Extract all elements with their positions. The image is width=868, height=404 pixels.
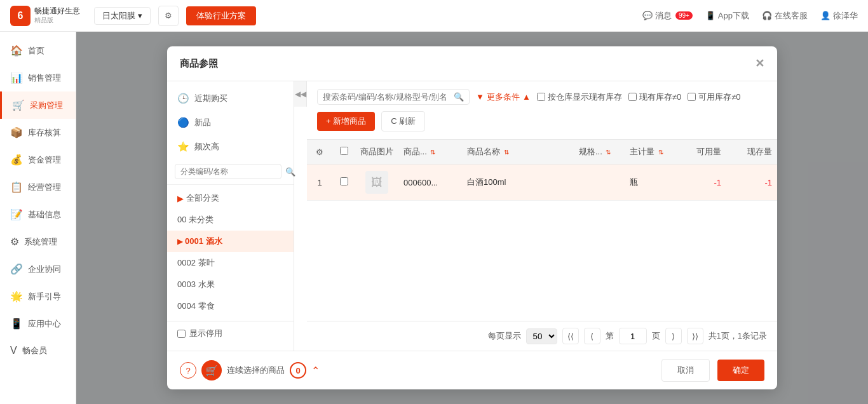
product-search-bar: 🔍 [317,89,470,105]
filter-label: 更多条件 [487,91,520,103]
nav-right: 💬 消息 99+ 📱 App下载 🎧 在线客服 👤 徐泽华 [642,10,858,22]
sidebar-item-operations[interactable]: 📋 经营管理 [0,173,76,201]
product-search-input[interactable] [323,92,451,102]
add-product-button[interactable]: + 新增商品 [317,112,375,131]
modal-footer: ? 🛒 连续选择的商品 0 ⌃ 取消 确定 [167,351,777,389]
close-button[interactable]: ✕ [755,57,764,71]
current-stock-checkbox[interactable] [628,93,637,101]
app-download-button[interactable]: 📱 App下载 [705,10,749,22]
sidebar-item-sales[interactable]: 📊 销售管理 [0,64,76,91]
show-disabled-checkbox[interactable] [177,330,186,338]
sidebar-item-label: 企业协同 [28,264,61,275]
service-button[interactable]: 🎧 在线客服 [762,10,808,22]
modal-right-panel: 🔍 ▼ 更多条件 ▲ 按仓库显示现有库存 [307,81,777,351]
show-disabled-area: 显示停用 [167,321,294,346]
sidebar-item-finance[interactable]: 💰 资金管理 [0,146,76,173]
search-icon[interactable]: 🔍 [454,92,464,102]
frequent-item[interactable]: ⭐ 频次高 [167,135,294,159]
warehouse-display-filter[interactable]: 按仓库显示现有库存 [537,91,622,103]
category-uncategorized[interactable]: 00 未分类 [167,209,294,231]
sidebar-item-cooperation[interactable]: 🔗 企业协同 [0,255,76,283]
next-page-button[interactable]: ⟩ [665,328,682,344]
category-liquor[interactable]: ▶ 0001 酒水 [167,231,294,252]
prev-page-button[interactable]: ⟨ [584,328,600,344]
help-button[interactable]: ? [180,362,196,379]
col-header-check[interactable] [332,140,355,165]
store-selector[interactable]: 日太阳膜 ▾ [94,7,151,25]
filter-button[interactable]: ▼ 更多条件 ▲ [476,91,531,103]
message-button[interactable]: 💬 消息 99+ [642,10,693,22]
sidebar-item-vip[interactable]: V 畅会员 [0,337,76,364]
table-row[interactable]: 1 🖼 000600... 白酒100ml [307,165,777,201]
user-profile[interactable]: 👤 徐泽华 [820,10,858,22]
col-header-stock: 现存量 [726,140,777,165]
col-spec-label: 规格... [579,147,602,156]
category-search-area: 🔍 [167,159,294,185]
category-snack[interactable]: 0004 零食 [167,295,294,317]
warehouse-label: 按仓库显示现有库存 [548,91,622,103]
last-page-button[interactable]: ⟩⟩ [687,328,703,344]
message-icon: 💬 [642,11,653,20]
sidebar-item-purchase[interactable]: 🛒 采购管理 [0,91,76,119]
current-stock-filter[interactable]: 现有库存≠0 [628,91,681,103]
row-checkbox-cell[interactable] [332,165,355,201]
headset-icon: 🎧 [762,11,772,20]
row-checkbox[interactable] [340,177,348,185]
logo-area: 6 畅捷通好生意 精品版 [10,6,86,26]
recent-purchase-item[interactable]: 🕒 近期购买 [167,86,294,111]
first-page-button[interactable]: ⟨⟨ [562,328,579,344]
sidebar-item-label: 库存核算 [28,127,61,138]
sidebar-item-app-center[interactable]: 📱 应用中心 [0,310,76,337]
collapse-button[interactable]: ⌃ [311,365,320,377]
recent-label: 近期购买 [194,93,227,104]
col-header-image: 商品图片 [355,140,398,165]
guide-icon: 🌟 [10,290,23,302]
sidebar-item-basic-info[interactable]: 📝 基础信息 [0,201,76,228]
col-header-unit[interactable]: 主计量 ⇅ [625,140,675,165]
per-page-select[interactable]: 50 [526,328,557,344]
category-fruit[interactable]: 0003 水果 [167,274,294,295]
sidebar-item-home[interactable]: 🏠 首页 [0,37,76,64]
modal-header: 商品参照 ✕ [167,46,777,81]
category-all[interactable]: ▶ 全部分类 [167,187,294,209]
collapse-left-button[interactable]: ◀◀ [294,81,307,107]
col-header-name[interactable]: 商品名称 ⇅ [462,140,574,165]
cancel-button[interactable]: 取消 [661,359,710,382]
col-header-settings[interactable]: ⚙ [307,140,332,165]
app-label: App下载 [718,10,749,22]
service-label: 在线客服 [775,10,808,22]
category-tea[interactable]: 0002 茶叶 [167,252,294,274]
category-search-input[interactable] [175,164,281,179]
modal-title: 商品参照 [180,58,218,70]
cart-icon: 🛒 [201,360,222,380]
col-header-spec[interactable]: 规格... ⇅ [574,140,625,165]
select-all-checkbox[interactable] [340,147,348,155]
refresh-button[interactable]: C 刷新 [381,111,425,131]
row-spec-cell [574,165,625,201]
warehouse-checkbox[interactable] [537,93,545,101]
modal-left-panel: 🕒 近期购买 🔵 新品 ⭐ 频次高 [167,81,294,351]
sidebar-item-inventory[interactable]: 📦 库存核算 [0,119,76,146]
modal-left-wrapper: 🕒 近期购买 🔵 新品 ⭐ 频次高 [167,81,307,351]
available-stock-filter[interactable]: 可用库存≠0 [688,91,740,103]
trial-button[interactable]: 体验行业方案 [186,6,256,25]
new-product-item[interactable]: 🔵 新品 [167,111,294,135]
sidebar-item-guide[interactable]: 🌟 新手引导 [0,283,76,310]
page-number-input[interactable] [619,328,647,344]
settings-button[interactable]: ⚙ [158,6,179,26]
show-disabled-label[interactable]: 显示停用 [177,328,283,339]
total-label: 共1页，1条记录 [709,330,767,342]
product-reference-modal: 商品参照 ✕ 🕒 近期购买 🔵 [167,46,777,389]
col-header-code[interactable]: 商品... ⇅ [398,140,462,165]
confirm-button[interactable]: 确定 [717,360,764,381]
sidebar-item-system[interactable]: ⚙ 系统管理 [0,228,76,255]
available-stock-checkbox[interactable] [688,93,696,101]
cooperation-icon: 🔗 [10,263,23,275]
category-search-icon[interactable]: 🔍 [285,167,295,177]
sidebar-item-label: 新手引导 [28,291,61,302]
sort-icon: ⇅ [504,149,509,156]
category-label: 全部分类 [186,192,219,204]
filter-chevron-icon: ▲ [522,92,531,102]
frequent-label: 频次高 [194,141,219,152]
footer-info: ? 🛒 连续选择的商品 0 ⌃ [180,360,654,380]
